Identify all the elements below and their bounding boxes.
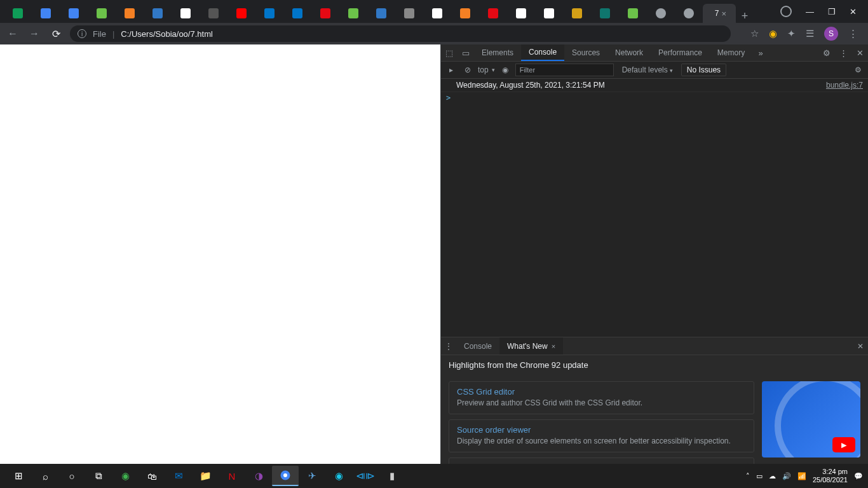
reading-list-icon[interactable]: ☰	[806, 28, 814, 39]
drawer-tab-console[interactable]: Console	[456, 337, 499, 355]
tab[interactable]	[88, 4, 116, 23]
tab[interactable]	[367, 4, 395, 23]
back-button[interactable]: ←	[5, 28, 20, 39]
tab[interactable]	[395, 4, 423, 23]
tray-chevron-icon[interactable]: ˄	[746, 472, 750, 480]
taskbar-app[interactable]: 📁	[192, 466, 219, 486]
active-tab[interactable]: 7 ×	[703, 4, 736, 23]
extensions-puzzle-icon[interactable]: ✦	[787, 28, 796, 39]
tab-network[interactable]: Network	[607, 44, 651, 61]
devtools-menu-icon[interactable]: ⋮	[835, 48, 851, 58]
window-controls: — ❐ ✕	[780, 0, 868, 23]
tab[interactable]	[4, 4, 32, 23]
close-window-icon[interactable]: ✕	[850, 7, 857, 17]
clear-console-icon[interactable]: ⊘	[461, 65, 474, 74]
tab[interactable]	[227, 4, 255, 23]
drawer-close-icon[interactable]: ✕	[853, 342, 868, 351]
more-tabs-icon[interactable]: »	[752, 48, 769, 58]
tab[interactable]	[535, 4, 563, 23]
log-levels-selector[interactable]: Default levels	[618, 64, 677, 76]
account-icon[interactable]	[780, 6, 792, 17]
taskbar-clock[interactable]: 3:24 pm 25/08/2021	[813, 468, 848, 484]
device-toggle-icon[interactable]: ▭	[458, 48, 474, 58]
tab[interactable]	[60, 4, 88, 23]
taskbar-app[interactable]: ✈	[299, 466, 325, 486]
onedrive-icon[interactable]: ☁	[769, 472, 776, 480]
devtools-close-icon[interactable]: ✕	[851, 48, 868, 58]
tab[interactable]	[479, 4, 507, 23]
taskbar-app[interactable]: ◉	[112, 466, 139, 486]
tab[interactable]	[200, 4, 227, 23]
notifications-icon[interactable]: 💬	[854, 472, 863, 480]
tab[interactable]	[423, 4, 451, 23]
close-drawer-tab-icon[interactable]: ×	[552, 342, 555, 350]
taskbar-app[interactable]: N	[219, 466, 245, 486]
forward-button[interactable]: →	[27, 28, 42, 39]
tab-elements[interactable]: Elements	[474, 44, 521, 61]
site-info-icon[interactable]: i	[78, 29, 86, 38]
tab[interactable]	[311, 4, 339, 23]
tab[interactable]	[507, 4, 535, 23]
console-prompt[interactable]: >	[441, 92, 868, 104]
console-log-line: Wednesday, August 25th, 2021, 3:21:54 PM…	[441, 79, 868, 92]
tab[interactable]	[283, 4, 311, 23]
task-view-icon[interactable]: ⧉	[85, 466, 112, 486]
volume-icon[interactable]: 🔊	[782, 472, 791, 480]
new-tab-button[interactable]: +	[736, 10, 754, 23]
live-expression-icon[interactable]: ◉	[499, 65, 512, 74]
issues-badge[interactable]: No Issues	[681, 64, 726, 76]
tab[interactable]	[675, 4, 703, 23]
extension-icon[interactable]: ◉	[769, 28, 777, 39]
tab-performance[interactable]: Performance	[651, 44, 710, 61]
taskbar-chrome[interactable]	[272, 466, 299, 486]
taskbar-app[interactable]: 🛍	[139, 466, 165, 486]
cortana-icon[interactable]: ○	[58, 466, 85, 486]
wifi-icon[interactable]: 📶	[797, 472, 806, 480]
tab-sources[interactable]: Sources	[564, 44, 607, 61]
tab[interactable]	[451, 4, 479, 23]
youtube-play-icon[interactable]: ▶	[832, 437, 855, 452]
console-output[interactable]: Wednesday, August 25th, 2021, 3:21:54 PM…	[441, 79, 868, 337]
tab[interactable]	[339, 4, 367, 23]
execution-context-selector[interactable]: top	[478, 65, 495, 74]
tab[interactable]	[647, 4, 675, 23]
profile-avatar[interactable]: S	[824, 27, 838, 41]
taskbar-app[interactable]: ⧏⧐	[352, 466, 379, 486]
tab[interactable]	[172, 4, 200, 23]
tab-memory[interactable]: Memory	[710, 44, 752, 61]
start-button[interactable]: ⊞	[5, 466, 32, 486]
tab[interactable]	[563, 4, 591, 23]
tab[interactable]	[255, 4, 283, 23]
taskbar-app[interactable]: ✉	[165, 466, 192, 486]
maximize-icon[interactable]: ❐	[828, 7, 836, 17]
console-sidebar-toggle-icon[interactable]: ▸	[445, 65, 458, 74]
tab[interactable]	[591, 4, 619, 23]
tab-console[interactable]: Console	[521, 44, 564, 61]
devtools-settings-icon[interactable]: ⚙	[818, 48, 835, 58]
tab[interactable]	[619, 4, 647, 23]
taskbar-app[interactable]: ◑	[245, 466, 272, 486]
url-path: C:/Users/Sobia/oo/7.html	[121, 29, 213, 39]
battery-icon[interactable]: ▭	[756, 472, 763, 480]
console-filter-input[interactable]: Filter	[515, 64, 614, 76]
drawer-tab-whatsnew[interactable]: What's New ×	[499, 337, 563, 355]
inspect-element-icon[interactable]: ⬚	[441, 48, 458, 58]
card-title-link[interactable]: CSS Grid editor	[457, 387, 746, 396]
close-tab-icon[interactable]: ×	[722, 9, 727, 18]
search-icon[interactable]: ⌕	[32, 466, 58, 486]
omnibox[interactable]: i File | C:/Users/Sobia/oo/7.html	[70, 25, 731, 42]
whatsnew-video-thumbnail[interactable]: ▶	[762, 381, 860, 458]
taskbar-app[interactable]: ◉	[325, 466, 352, 486]
minimize-icon[interactable]: —	[806, 7, 814, 17]
console-settings-icon[interactable]: ⚙	[851, 65, 864, 74]
tab[interactable]	[32, 4, 60, 23]
tab[interactable]	[116, 4, 144, 23]
taskbar-app[interactable]: ▮	[379, 466, 405, 486]
drawer-menu-icon[interactable]: ⋮	[441, 342, 456, 351]
chrome-menu-icon[interactable]: ⋮	[848, 28, 858, 39]
bookmark-star-icon[interactable]: ☆	[750, 28, 759, 39]
reload-button[interactable]: ⟳	[48, 28, 64, 40]
tab[interactable]	[144, 4, 172, 23]
log-source-link[interactable]: bundle.js:7	[826, 81, 863, 90]
card-title-link[interactable]: Source order viewer	[457, 425, 746, 435]
